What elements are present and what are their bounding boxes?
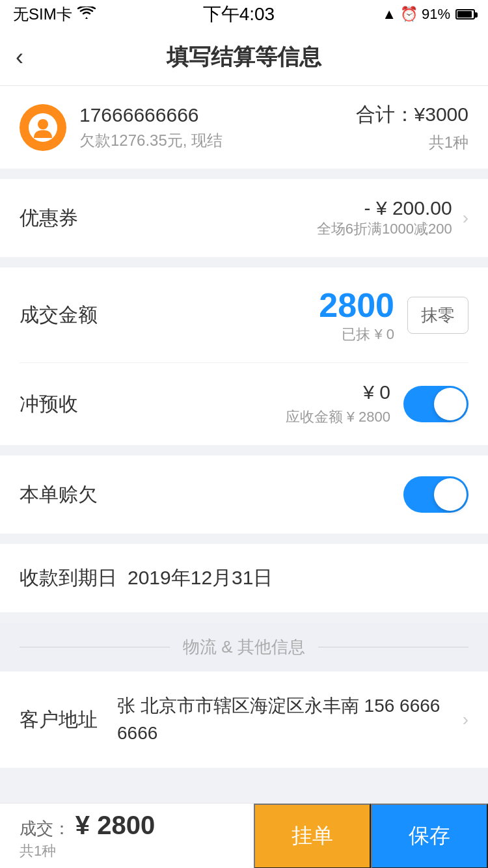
coupon-description: 全场6折满1000减200 [317, 219, 452, 239]
divider-line-left [20, 647, 170, 647]
bottom-deal-row: 成交： ¥ 2800 [20, 811, 234, 840]
toggle-thumb [434, 388, 467, 420]
avatar [20, 104, 66, 151]
customer-section: 17666666666 欠款1276.35元, 现结 合计：¥3000 共1种 [0, 86, 488, 169]
credit-order-toggle[interactable] [403, 476, 468, 513]
deal-section: 成交金额 2800 已抹 ¥ 0 抹零 冲预收 ¥ 0 应收金额 ¥ 2800 [0, 267, 488, 445]
bottom-bar: 成交： ¥ 2800 共1种 挂单 保存 [0, 803, 488, 868]
credit-order-label: 本单赊欠 [20, 481, 98, 508]
credit-section: 本单赊欠 [0, 455, 488, 534]
bottom-count: 共1种 [20, 841, 234, 861]
address-label: 客户地址 [20, 707, 98, 733]
address-section: 客户地址 张 北京市市辖区海淀区永丰南 156 6666 6666 › [0, 671, 488, 768]
bottom-summary: 成交： ¥ 2800 共1种 [0, 811, 254, 861]
flush-prepay-right: ¥ 0 应收金额 ¥ 2800 [286, 381, 390, 427]
bottom-deal-label: 成交： [20, 819, 70, 838]
due-date-section: 收款到期日 2019年12月31日 [0, 544, 488, 612]
due-date-row: 收款到期日 2019年12月31日 [20, 544, 468, 612]
status-left: 无SIM卡 [13, 4, 96, 25]
flush-prepay-row: 冲预收 ¥ 0 应收金额 ¥ 2800 [20, 363, 468, 445]
alarm-icon: ⏰ [400, 6, 418, 23]
address-row[interactable]: 客户地址 张 北京市市辖区海淀区永丰南 156 6666 6666 › [20, 671, 468, 768]
due-date-value: 2019年12月31日 [128, 565, 273, 591]
coupon-label: 优惠券 [20, 205, 78, 232]
divider-row: 物流 & 其他信息 [20, 636, 468, 658]
page-title: 填写结算等信息 [167, 42, 321, 72]
status-bar: 无SIM卡 下午4:03 ▲ ⏰ 91% [0, 0, 488, 29]
bottom-amount: ¥ 2800 [75, 811, 155, 839]
total-amount: 合计：¥3000 [356, 102, 468, 128]
status-right: ▲ ⏰ 91% [382, 6, 475, 23]
location-icon: ▲ [382, 6, 396, 23]
wifi-icon [77, 5, 96, 23]
carrier-text: 无SIM卡 [13, 4, 72, 25]
coupon-row[interactable]: 优惠券 - ¥ 200.00 全场6折满1000减200 › [0, 179, 488, 257]
credit-order-row: 本单赊欠 [20, 455, 468, 534]
customer-debt: 欠款1276.35元, 现结 [79, 130, 356, 151]
address-value: 张 北京市市辖区海淀区永丰南 156 6666 6666 [117, 692, 459, 747]
status-time: 下午4:03 [203, 2, 275, 27]
deal-amount-row: 成交金额 2800 已抹 ¥ 0 抹零 [20, 267, 468, 363]
coupon-section: 优惠券 - ¥ 200.00 全场6折满1000减200 › [0, 179, 488, 257]
divider-label: 物流 & 其他信息 [183, 636, 305, 658]
flush-prepay-label: 冲预收 [20, 391, 78, 418]
address-chevron-icon: › [463, 709, 468, 730]
customer-row: 17666666666 欠款1276.35元, 现结 合计：¥3000 共1种 [0, 86, 488, 169]
due-date-label: 收款到期日 [20, 565, 117, 591]
flush-prepay-toggle[interactable] [403, 386, 468, 422]
coupon-right: - ¥ 200.00 全场6折满1000减200 › [317, 197, 468, 239]
divider-section: 物流 & 其他信息 [0, 623, 488, 671]
flush-receivable: 应收金额 ¥ 2800 [286, 407, 390, 427]
avatar-icon [29, 113, 57, 142]
credit-toggle-thumb [434, 478, 467, 511]
battery-percent: 91% [422, 6, 450, 23]
battery-icon [455, 9, 475, 20]
coupon-discount: - ¥ 200.00 [317, 197, 452, 219]
deal-amount-sub: 已抹 ¥ 0 [319, 325, 394, 344]
round-button[interactable]: 抹零 [407, 297, 468, 334]
chevron-right-icon: › [463, 208, 468, 228]
deal-amount-label: 成交金额 [20, 302, 98, 329]
back-button[interactable]: ‹ [16, 44, 23, 71]
nav-bar: ‹ 填写结算等信息 [0, 29, 488, 86]
svg-point-0 [38, 119, 48, 129]
customer-info: 17666666666 欠款1276.35元, 现结 [79, 104, 356, 151]
total-count: 共1种 [356, 132, 468, 153]
save-button[interactable]: 保存 [371, 804, 488, 869]
deal-amount-value: 2800 [319, 286, 394, 325]
deal-amount-group: 2800 已抹 ¥ 0 抹零 [319, 286, 468, 344]
customer-total: 合计：¥3000 共1种 [356, 102, 468, 153]
divider-line-right [318, 647, 468, 647]
customer-phone: 17666666666 [79, 104, 356, 126]
hang-button[interactable]: 挂单 [254, 804, 371, 869]
flush-amount: ¥ 0 [363, 381, 390, 403]
